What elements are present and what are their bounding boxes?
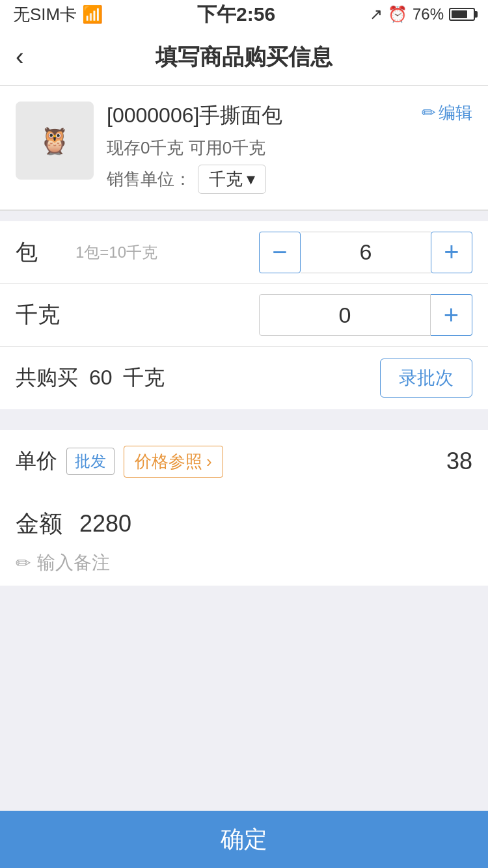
unit-select[interactable]: 千克 ▾ (198, 165, 266, 194)
pencil-icon: ✏ (16, 552, 31, 574)
alarm-icon: ⏰ (388, 5, 407, 23)
confirm-bar[interactable]: 确定 (0, 811, 488, 868)
input-section: 包 1包=10千克 − + 千克 + (0, 221, 488, 346)
empty-area (0, 586, 488, 807)
kg-plus-button[interactable]: + (431, 294, 472, 336)
note-row[interactable]: ✏ 输入备注 (16, 550, 472, 575)
product-name: [0000006]手撕面包 (107, 102, 282, 130)
back-button[interactable]: ‹ (16, 43, 24, 71)
price-tag: 批发 (66, 448, 115, 475)
separator-1 (0, 211, 488, 221)
edit-icon: ✏ (422, 103, 436, 123)
price-label: 单价 (16, 447, 57, 476)
total-text: 共购买 60 千克 (16, 364, 165, 392)
battery-icon (449, 8, 475, 21)
product-info: [0000006]手撕面包 ✏ 编辑 现存0千克 可用0千克 销售单位： 千克 … (107, 102, 472, 194)
bao-label: 包 (16, 237, 68, 267)
chevron-right-icon: › (206, 452, 212, 472)
confirm-button[interactable]: 确定 (221, 824, 267, 856)
note-placeholder: 输入备注 (37, 550, 110, 575)
kg-label: 千克 (16, 300, 68, 330)
amount-section: 金额 2280 ✏ 输入备注 (0, 493, 488, 586)
price-ref-button[interactable]: 价格参照 › (124, 446, 223, 478)
status-right: ↗ ⏰ 76% (370, 5, 475, 23)
carrier-text: 无SIM卡 (13, 3, 77, 26)
amount-row: 金额 2280 (16, 508, 472, 540)
bao-row: 包 1包=10千克 − + (0, 221, 488, 284)
wifi-icon: 📶 (82, 5, 103, 25)
page-title: 填写商品购买信息 (156, 42, 332, 72)
product-logo: 🦉 (38, 126, 71, 156)
kg-input-group: + (259, 294, 472, 336)
status-bar: 无SIM卡 📶 下午2:56 ↗ ⏰ 76% (0, 0, 488, 29)
product-stock: 现存0千克 可用0千克 (107, 137, 472, 159)
price-section: 单价 批发 价格参照 › 38 (0, 430, 488, 493)
chevron-down-icon: ▾ (247, 169, 255, 189)
product-image: 🦉 (16, 102, 94, 180)
status-left: 无SIM卡 📶 (13, 3, 103, 26)
status-time: 下午2:56 (197, 1, 275, 28)
product-unit-row: 销售单位： 千克 ▾ (107, 165, 472, 194)
kg-input[interactable] (259, 294, 431, 336)
bao-hint: 1包=10千克 (75, 242, 259, 263)
product-card: 🦉 [0000006]手撕面包 ✏ 编辑 现存0千克 可用0千克 销售单位： 千… (0, 86, 488, 211)
edit-button[interactable]: ✏ 编辑 (422, 102, 472, 124)
location-icon: ↗ (370, 5, 383, 23)
total-amount: 60 (89, 366, 113, 389)
total-section: 共购买 60 千克 录批次 (0, 347, 488, 409)
bao-plus-button[interactable]: + (431, 232, 472, 273)
total-section-wrapper: 共购买 60 千克 录批次 (0, 346, 488, 420)
kg-row: 千克 + (0, 284, 488, 346)
nav-bar: ‹ 填写商品购买信息 (0, 29, 488, 86)
bao-stepper: − + (259, 232, 472, 273)
amount-value: 2280 (79, 510, 131, 537)
batch-button[interactable]: 录批次 (380, 359, 472, 398)
battery-percent: 76% (413, 5, 444, 23)
bao-minus-button[interactable]: − (259, 232, 301, 273)
bao-input[interactable] (301, 232, 431, 273)
price-value: 38 (446, 448, 472, 475)
